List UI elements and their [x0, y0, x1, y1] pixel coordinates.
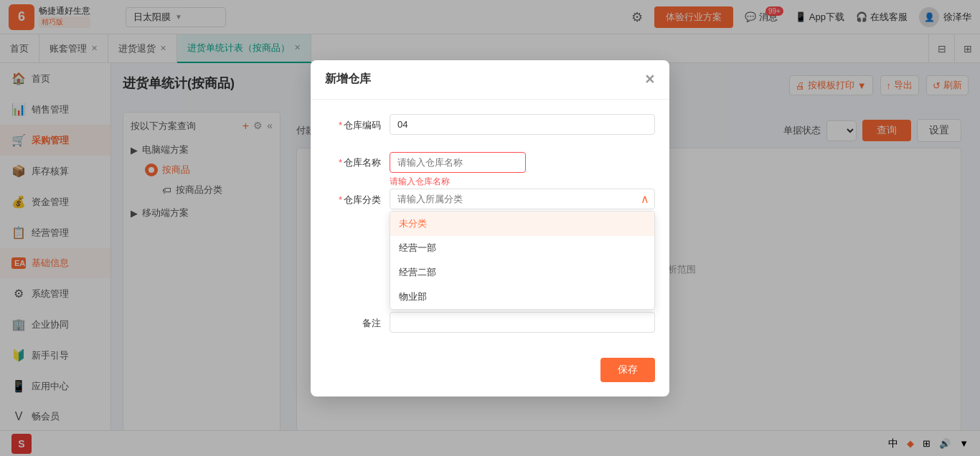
modal-title: 新增仓库	[325, 72, 371, 87]
dropdown-item-unclassified[interactable]: 未分类	[390, 212, 654, 236]
note-input[interactable]	[390, 312, 655, 333]
modal-body: 仓库编码 仓库名称 请输入仓库名称 仓库分类 ∧ 未分类	[311, 100, 669, 335]
category-input[interactable]	[390, 189, 655, 209]
warehouse-name-input[interactable]	[390, 152, 526, 173]
modal-save-btn[interactable]: 保存	[600, 358, 655, 382]
dropdown-item-ops2[interactable]: 经营二部	[390, 260, 654, 285]
code-label: 仓库编码	[325, 114, 390, 137]
warehouse-category-row: 仓库分类 ∧ 未分类 经营一部 经营二部 物业部	[325, 189, 655, 212]
category-toggle-icon[interactable]: ∧	[641, 192, 649, 206]
name-error-msg: 请输入仓库名称	[390, 176, 450, 188]
modal-close-btn[interactable]: ✕	[644, 72, 655, 87]
add-warehouse-modal: 新增仓库 ✕ 仓库编码 仓库名称 请输入仓库名称 仓库分类	[311, 60, 669, 396]
dropdown-item-ops1[interactable]: 经营一部	[390, 236, 654, 260]
modal-footer: 保存	[311, 349, 669, 396]
category-select-wrapper: ∧ 未分类 经营一部 经营二部 物业部	[390, 189, 655, 209]
dropdown-item-property[interactable]: 物业部	[390, 285, 654, 309]
category-label: 仓库分类	[325, 189, 390, 212]
note-label: 备注	[325, 312, 390, 335]
warehouse-code-row: 仓库编码	[325, 114, 655, 137]
warehouse-note-row: 备注	[325, 312, 655, 335]
modal-header: 新增仓库 ✕	[311, 60, 669, 100]
modal-overlay: 新增仓库 ✕ 仓库编码 仓库名称 请输入仓库名称 仓库分类	[0, 0, 980, 456]
warehouse-name-row: 仓库名称 请输入仓库名称	[325, 151, 655, 174]
category-dropdown: 未分类 经营一部 经营二部 物业部	[390, 211, 655, 310]
name-label: 仓库名称	[325, 151, 390, 174]
warehouse-code-input[interactable]	[390, 114, 655, 135]
